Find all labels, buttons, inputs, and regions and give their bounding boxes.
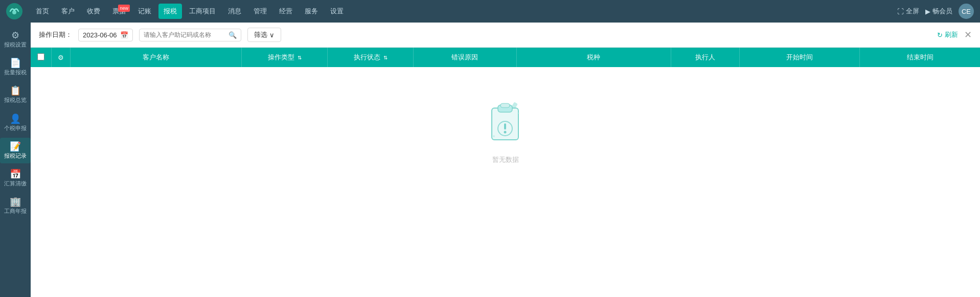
th-exec-status[interactable]: 执行状态 ⇅ (328, 48, 414, 67)
calendar-icon: 📅 (120, 31, 128, 39)
table-header: ⚙ 客户名称 操作类型 ⇅ 执行状态 ⇅ 错误原因 (31, 48, 980, 67)
sidebar-item-汇算清缴[interactable]: 📅汇算清缴 (0, 165, 31, 191)
sidebar-icon-报税记录: 📝 (10, 142, 21, 151)
toolbar: 操作日期： 2023-06-06 📅 🔍 筛选 ∨ ↻ 刷新 ✕ (31, 23, 980, 48)
th-exec-status-label: 执行状态 (354, 53, 380, 61)
nav-item-消息[interactable]: 消息 (223, 4, 246, 19)
sidebar-label-批量报税: 批量报税 (4, 69, 27, 76)
nav-item-首页[interactable]: 首页 (31, 4, 54, 19)
th-executor: 执行人 (671, 48, 739, 67)
nav-item-报税[interactable]: 报税 (158, 4, 182, 19)
sidebar-item-报税总览[interactable]: 📋报税总览 (0, 82, 31, 108)
empty-state: 暂无数据 (31, 67, 980, 195)
th-executor-label: 执行人 (695, 53, 715, 61)
sidebar-label-工商年报: 工商年报 (4, 208, 27, 215)
nav-items: 首页客户收费票据new记账报税工商项目消息管理经营服务设置 (31, 4, 897, 19)
th-tax-type-label: 税种 (587, 53, 600, 61)
search-icon[interactable]: 🔍 (229, 31, 237, 39)
date-label: 操作日期： (39, 30, 72, 39)
nav-item-票据[interactable]: 票据new (107, 4, 131, 19)
svg-point-11 (517, 113, 519, 114)
sidebar-icon-工商年报: 🏢 (10, 197, 21, 206)
fullscreen-button[interactable]: ⛶ 全屏 (897, 7, 919, 16)
sidebar-label-报税总览: 报税总览 (4, 97, 27, 103)
svg-rect-8 (504, 123, 506, 130)
th-error-label: 错误原因 (451, 53, 478, 61)
filter-label: 筛选 (254, 30, 267, 39)
top-nav-right: ⛶ 全屏 ▶ 畅会员 CE (897, 4, 974, 19)
vip-button[interactable]: ▶ 畅会员 (925, 7, 952, 16)
sidebar-icon-汇算清缴: 📅 (10, 169, 21, 179)
sidebar-icon-报税总览: 📋 (10, 86, 21, 95)
sidebar-icon-个税申报: 👤 (10, 114, 21, 123)
th-end-time-label: 结束时间 (907, 53, 933, 61)
nav-item-客户[interactable]: 客户 (56, 4, 80, 19)
date-input[interactable]: 2023-06-06 📅 (78, 29, 133, 41)
sort-icon-op-type: ⇅ (298, 55, 302, 60)
empty-icon (483, 98, 529, 149)
th-op-type[interactable]: 操作类型 ⇅ (242, 48, 328, 67)
nav-badge-票据: new (118, 5, 130, 12)
refresh-icon: ↻ (937, 31, 943, 39)
th-end-time: 结束时间 (860, 48, 980, 67)
toolbar-right: ↻ 刷新 ✕ (937, 30, 972, 39)
table-body: 暂无数据 (31, 67, 980, 195)
th-client: 客户名称 (70, 48, 242, 67)
empty-state-text: 暂无数据 (492, 155, 519, 164)
sidebar-item-个税申报[interactable]: 👤个税申报 (0, 110, 31, 136)
nav-item-工商项目[interactable]: 工商项目 (184, 4, 221, 19)
top-nav: 首页客户收费票据new记账报税工商项目消息管理经营服务设置 ⛶ 全屏 ▶ 畅会员… (0, 0, 980, 23)
header-row: ⚙ 客户名称 操作类型 ⇅ 执行状态 ⇅ 错误原因 (31, 48, 980, 67)
date-value: 2023-06-06 (83, 31, 117, 39)
vip-label: 畅会员 (932, 7, 952, 16)
svg-point-1 (12, 10, 16, 14)
th-checkbox (31, 48, 51, 67)
chevron-down-icon: ∨ (269, 31, 275, 39)
sidebar-icon-报税设置: ⚙ (11, 31, 19, 40)
sidebar-label-报税记录: 报税记录 (4, 153, 27, 159)
table-wrap[interactable]: ⚙ 客户名称 操作类型 ⇅ 执行状态 ⇅ 错误原因 (31, 48, 980, 297)
main-layout: ⚙报税设置📄批量报税📋报税总览👤个税申报📝报税记录📅汇算清缴🏢工商年报 操作日期… (0, 23, 980, 297)
th-start-time: 开始时间 (740, 48, 860, 67)
empty-state-row: 暂无数据 (31, 67, 980, 195)
sidebar-item-批量报税[interactable]: 📄批量报税 (0, 54, 31, 80)
avatar[interactable]: CE (959, 4, 974, 19)
select-all-checkbox[interactable] (37, 53, 44, 60)
data-table: ⚙ 客户名称 操作类型 ⇅ 执行状态 ⇅ 错误原因 (31, 48, 980, 195)
sort-icon-exec-status: ⇅ (383, 55, 388, 60)
sidebar-label-报税设置: 报税设置 (4, 41, 27, 48)
search-input[interactable] (144, 31, 225, 38)
search-input-wrap[interactable]: 🔍 (139, 29, 241, 41)
refresh-button[interactable]: ↻ 刷新 (937, 30, 958, 39)
vip-icon: ▶ (925, 8, 930, 15)
svg-point-9 (504, 131, 506, 134)
sidebar-item-报税记录[interactable]: 📝报税记录 (0, 138, 31, 163)
logo[interactable] (6, 3, 22, 19)
th-settings[interactable]: ⚙ (51, 48, 70, 67)
nav-item-管理[interactable]: 管理 (248, 4, 272, 19)
svg-point-10 (493, 135, 495, 137)
th-tax-type: 税种 (516, 48, 671, 67)
fullscreen-label: 全屏 (906, 7, 919, 16)
sidebar: ⚙报税设置📄批量报税📋报税总览👤个税申报📝报税记录📅汇算清缴🏢工商年报 (0, 23, 31, 297)
th-start-time-label: 开始时间 (786, 53, 813, 61)
svg-rect-6 (500, 103, 510, 108)
fullscreen-icon: ⛶ (897, 8, 904, 15)
sidebar-icon-批量报税: 📄 (10, 58, 21, 68)
sidebar-item-报税设置[interactable]: ⚙报税设置 (0, 27, 31, 52)
sidebar-label-个税申报: 个税申报 (4, 125, 27, 132)
nav-item-服务[interactable]: 服务 (300, 4, 323, 19)
refresh-label: 刷新 (945, 30, 958, 39)
nav-item-收费[interactable]: 收费 (82, 4, 105, 19)
th-client-label: 客户名称 (143, 53, 169, 61)
filter-button[interactable]: 筛选 ∨ (247, 28, 281, 42)
th-error: 错误原因 (414, 48, 517, 67)
nav-item-设置[interactable]: 设置 (325, 4, 349, 19)
nav-item-经营[interactable]: 经营 (274, 4, 298, 19)
sidebar-item-工商年报[interactable]: 🏢工商年报 (0, 193, 31, 219)
nav-item-记账[interactable]: 记账 (133, 4, 156, 19)
sidebar-label-汇算清缴: 汇算清缴 (4, 180, 27, 187)
close-button[interactable]: ✕ (964, 30, 972, 39)
th-op-type-label: 操作类型 (268, 53, 294, 61)
content-area: 操作日期： 2023-06-06 📅 🔍 筛选 ∨ ↻ 刷新 ✕ (31, 23, 980, 297)
